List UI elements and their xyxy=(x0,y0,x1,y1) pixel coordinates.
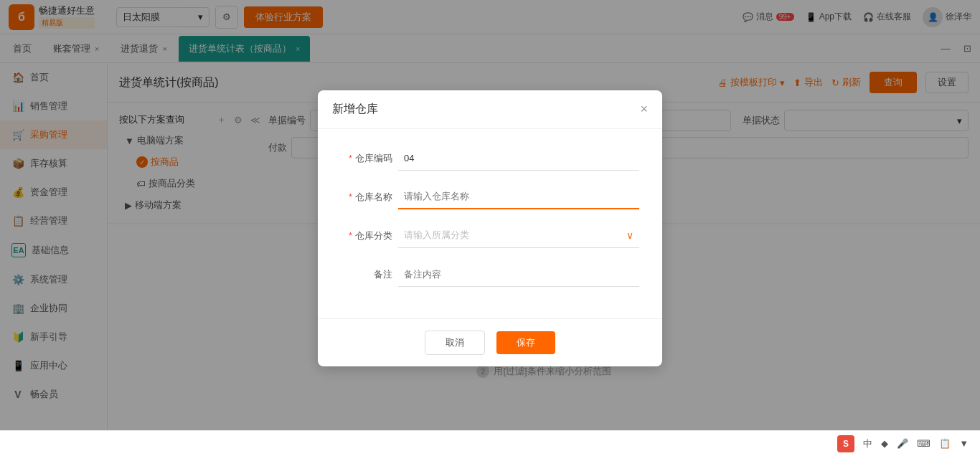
form-select-category[interactable]: 请输入所属分类 ∨ xyxy=(398,224,639,248)
dialog-body: *仓库编码 *仓库名称 *仓库分类 请输入所属分类 ∨ xyxy=(318,129,662,318)
required-mark-name: * xyxy=(349,191,352,202)
form-label-name: *仓库名称 xyxy=(341,191,398,204)
bottom-item-keyboard[interactable]: ⌨ xyxy=(917,438,930,449)
form-label-code: *仓库编码 xyxy=(341,152,398,165)
dialog-title: 新增仓库 xyxy=(332,102,378,117)
bottom-bar: S 中 ◆ 🎤 ⌨ 📋 ▼ xyxy=(0,430,980,456)
dialog-close-button[interactable]: × xyxy=(640,103,648,115)
dialog-footer: 取消 保存 xyxy=(318,318,662,366)
form-label-remark: 备注 xyxy=(341,268,398,281)
bottom-item-dot[interactable]: ◆ xyxy=(881,438,888,449)
form-select-arrow-icon: ∨ xyxy=(626,229,633,241)
required-mark-code: * xyxy=(349,153,352,163)
dialog-header: 新增仓库 × xyxy=(318,90,662,129)
form-row-name: *仓库名称 xyxy=(341,185,639,209)
form-label-category: *仓库分类 xyxy=(341,229,398,242)
dialog-add-warehouse: 新增仓库 × *仓库编码 *仓库名称 *仓库分类 xyxy=(318,90,662,366)
bottom-item-mic[interactable]: 🎤 xyxy=(897,438,908,449)
form-input-remark[interactable] xyxy=(398,262,639,287)
form-row-remark: 备注 xyxy=(341,262,639,287)
form-input-name[interactable] xyxy=(398,185,639,209)
required-mark-category: * xyxy=(349,230,352,241)
form-row-code: *仓库编码 xyxy=(341,146,639,171)
save-button[interactable]: 保存 xyxy=(496,331,555,354)
bottom-logo: S xyxy=(837,435,854,452)
modal-overlay: 新增仓库 × *仓库编码 *仓库名称 *仓库分类 xyxy=(0,0,980,456)
form-row-category: *仓库分类 请输入所属分类 ∨ xyxy=(341,224,639,248)
form-input-code[interactable] xyxy=(398,146,639,171)
form-select-placeholder: 请输入所属分类 xyxy=(404,229,469,242)
bottom-item-arrow[interactable]: ▼ xyxy=(959,438,969,449)
cancel-button[interactable]: 取消 xyxy=(425,331,485,355)
bottom-item-zh[interactable]: 中 xyxy=(863,437,872,450)
bottom-item-clipboard[interactable]: 📋 xyxy=(939,438,951,449)
